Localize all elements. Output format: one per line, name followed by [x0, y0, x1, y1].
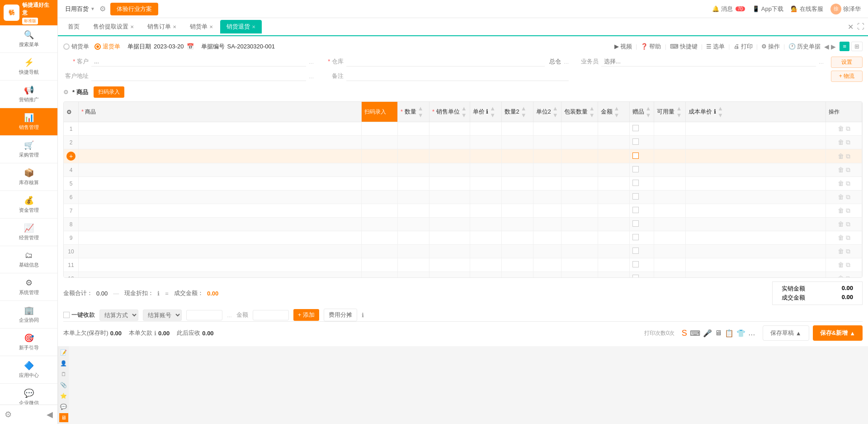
gift-checkbox-7[interactable] — [632, 207, 639, 213]
grid-view-btn[interactable]: ⊞ — [851, 42, 863, 51]
gift-checkbox-4[interactable] — [632, 166, 639, 172]
copy-row-6-icon[interactable]: ⧉ — [846, 193, 850, 201]
address-dots[interactable]: ... — [309, 73, 314, 80]
amount-cell-2[interactable] — [598, 136, 629, 149]
print-action[interactable]: 🖨 打印 — [734, 43, 753, 51]
unit-cell-3[interactable] — [429, 149, 470, 163]
operate-action[interactable]: ⚙ 操作 — [761, 43, 780, 51]
delete-row-1-icon[interactable]: 🗑 — [838, 125, 844, 133]
available-cell-2[interactable] — [654, 136, 686, 149]
quick-pay-check[interactable] — [63, 312, 70, 318]
gift-cell-2[interactable] — [629, 136, 654, 149]
sidebar-item-guide[interactable]: 🎯 新手引导 — [0, 329, 57, 356]
price-cell-2[interactable] — [470, 136, 501, 149]
more-toolbar-icon[interactable]: … — [748, 329, 755, 337]
copy-row-2-icon[interactable]: ⧉ — [846, 138, 850, 146]
delete-row-5-icon[interactable]: 🗑 — [838, 180, 844, 187]
tab-salesorder[interactable]: 销售订单 ✕ — [141, 20, 183, 33]
warehouse-input[interactable] — [346, 57, 545, 67]
gift-checkbox-12[interactable] — [632, 275, 639, 278]
warehouse-dots[interactable]: ... — [564, 58, 569, 65]
delete-row-9-icon[interactable]: 🗑 — [838, 234, 844, 242]
gift-checkbox-2[interactable] — [632, 138, 639, 145]
qty2-cell-2[interactable] — [501, 136, 533, 149]
history-action[interactable]: 🕐 历史单据 — [788, 43, 821, 51]
tab-close-price[interactable]: ✕ — [130, 24, 134, 29]
copy-row-4-icon[interactable]: ⧉ — [846, 166, 850, 174]
gift-checkbox-8[interactable] — [632, 220, 639, 227]
delete-row-6-icon[interactable]: 🗑 — [838, 193, 844, 201]
copy-row-5-icon[interactable]: ⧉ — [846, 180, 850, 187]
unit-cell-1[interactable] — [429, 122, 470, 136]
qty2-cell-1[interactable] — [501, 122, 533, 136]
qty-cell-3[interactable] — [398, 149, 429, 163]
unit2-cell-2[interactable] — [533, 136, 561, 149]
available-cell-3[interactable] — [654, 149, 686, 163]
delete-row-11-icon[interactable]: 🗑 — [838, 261, 844, 269]
right-panel-icon-6[interactable]: 💬 — [59, 402, 68, 411]
sidebar-item-marketing[interactable]: 📢 营销推广 — [0, 81, 57, 108]
account-dots[interactable]: ... — [227, 312, 232, 319]
copy-row-9-icon[interactable]: ⧉ — [846, 234, 850, 242]
qty2-cell-3[interactable] — [501, 149, 533, 163]
add-payment-btn[interactable]: + 添加 — [293, 309, 319, 321]
calendar-icon[interactable]: 📅 — [187, 43, 194, 50]
address-input[interactable] — [91, 71, 306, 81]
amount-input[interactable] — [253, 310, 289, 320]
tab-price[interactable]: 售价提取设置 ✕ — [87, 20, 140, 33]
notice-btn[interactable]: 🔔 消息 70 — [712, 5, 745, 13]
sidebar-item-shortcut[interactable]: ⚡ 快捷导航 — [0, 53, 57, 81]
delete-row-10-icon[interactable]: 🗑 — [838, 248, 844, 255]
salesperson-dots[interactable]: ... — [819, 58, 824, 65]
delete-row-2-icon[interactable]: 🗑 — [838, 138, 844, 146]
next-record-icon[interactable]: ▶ — [831, 43, 836, 50]
sidebar-item-appstore[interactable]: 🔷 应用中心 — [0, 356, 57, 384]
save-new-btn[interactable]: 保存&新增 ▲ — [813, 325, 863, 341]
right-panel-icon-5[interactable]: ⭐ — [59, 391, 68, 400]
customer-input[interactable] — [91, 57, 306, 67]
gift-checkbox-3[interactable] — [632, 152, 639, 159]
packqty-cell-3[interactable] — [561, 149, 598, 163]
cost-cell-3[interactable] — [686, 149, 826, 163]
scan-btn[interactable]: 扫码录入 — [94, 86, 124, 98]
salesperson-input[interactable] — [601, 57, 816, 67]
save-draft-btn[interactable]: 保存草稿 ▲ — [763, 325, 809, 341]
add-row-btn[interactable]: + — [66, 152, 75, 161]
right-panel-icon-3[interactable]: 🗒 — [59, 370, 68, 379]
sidebar-item-finance[interactable]: 💰 资金管理 — [0, 191, 57, 219]
product-cell-3[interactable] — [79, 149, 362, 163]
video-action[interactable]: ▶ 视频 — [614, 43, 632, 51]
right-panel-icon-1[interactable]: 📝 — [59, 348, 68, 357]
tab-salesreturn[interactable]: 销货退货 ✕ — [220, 20, 262, 33]
topbar-settings-icon[interactable]: ⚙ — [99, 5, 106, 13]
copy-row-12-icon[interactable]: ⧉ — [846, 275, 850, 278]
tab-close-salesreturn[interactable]: ✕ — [252, 24, 255, 29]
industry-select[interactable]: 日用百货 ▼ — [65, 5, 95, 13]
tab-home[interactable]: 首页 — [61, 20, 86, 33]
sidebar-item-sales[interactable]: 📊 销售管理 — [0, 108, 57, 136]
select-action[interactable]: ☰ 选单 — [706, 43, 725, 51]
unit2-cell-3[interactable] — [533, 149, 561, 163]
notes-input[interactable] — [346, 71, 569, 81]
right-panel-icon-2[interactable]: 👤 — [59, 359, 68, 368]
right-panel-icon-4[interactable]: 📎 — [59, 381, 68, 390]
cost-cell-1[interactable] — [686, 122, 826, 136]
table-settings-icon[interactable]: ⚙ — [63, 89, 69, 95]
copy-row-10-icon[interactable]: ⧉ — [846, 248, 850, 255]
calc-method-select[interactable]: 结算账号 — [143, 310, 182, 321]
keyboard-icon2[interactable]: ⌨ — [690, 329, 700, 338]
gift-checkbox-9[interactable] — [632, 234, 639, 240]
qty-cell-2[interactable] — [398, 136, 429, 149]
payment-method-select[interactable]: 结算方式 — [99, 310, 138, 321]
app-download-btn[interactable]: 📱 App下载 — [752, 5, 783, 13]
radio-returnorder[interactable]: 退货单 — [94, 43, 120, 51]
delete-row-8-icon[interactable]: 🗑 — [838, 220, 844, 228]
available-cell-1[interactable] — [654, 122, 686, 136]
settings-btn[interactable]: 设置 — [831, 57, 863, 68]
delete-row-12-icon[interactable]: 🗑 — [838, 275, 844, 278]
customer-dots[interactable]: ... — [309, 58, 314, 65]
sidebar-item-search[interactable]: 🔍 搜索菜单 — [0, 25, 57, 53]
sidebar-item-base[interactable]: 🗂 基础信息 — [0, 246, 57, 273]
unit-cell-2[interactable] — [429, 136, 470, 149]
prev-record-icon[interactable]: ◀ — [824, 43, 829, 50]
